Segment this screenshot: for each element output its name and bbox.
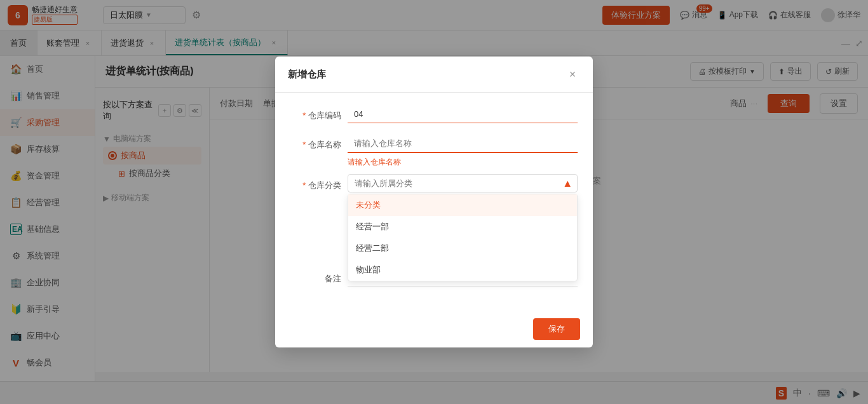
- new-warehouse-modal: 新增仓库 × 仓库编码 仓库名称 请输入仓库名称 仓库分类 ▲: [275, 57, 593, 347]
- category-label: 仓库分类: [290, 175, 341, 191]
- code-label: 仓库编码: [290, 105, 341, 121]
- category-field-row: 仓库分类 ▲ 未分类 经营一部 经营二部 物业部: [290, 174, 578, 192]
- category-input-wrap: ▲ 未分类 经营一部 经营二部 物业部: [348, 174, 578, 192]
- save-button[interactable]: 保存: [533, 318, 580, 340]
- modal-close-btn[interactable]: ×: [565, 67, 580, 82]
- code-input[interactable]: [348, 105, 578, 123]
- category-dropdown: 未分类 经营一部 经营二部 物业部: [348, 194, 578, 281]
- notes-label: 备注: [290, 269, 341, 285]
- modal-footer: 保存: [275, 311, 593, 347]
- dropdown-option-property[interactable]: 物业部: [348, 259, 577, 281]
- dropdown-option-dept1[interactable]: 经营一部: [348, 216, 577, 238]
- name-label: 仓库名称: [290, 135, 341, 151]
- modal-title: 新增仓库: [288, 69, 326, 81]
- dropdown-option-unclassified[interactable]: 未分类: [348, 194, 577, 216]
- name-field-row: 仓库名称: [290, 135, 578, 153]
- code-field-row: 仓库编码: [290, 105, 578, 123]
- category-input[interactable]: [348, 174, 578, 192]
- modal-header: 新增仓库 ×: [275, 57, 593, 93]
- modal-body: 仓库编码 仓库名称 请输入仓库名称 仓库分类 ▲ 未分类: [275, 93, 593, 311]
- name-input[interactable]: [348, 135, 578, 153]
- name-error-msg: 请输入仓库名称: [348, 157, 578, 168]
- dropdown-option-dept2[interactable]: 经营二部: [348, 238, 577, 259]
- category-toggle-icon[interactable]: ▲: [562, 178, 573, 189]
- modal-overlay[interactable]: 新增仓库 × 仓库编码 仓库名称 请输入仓库名称 仓库分类 ▲: [0, 0, 868, 404]
